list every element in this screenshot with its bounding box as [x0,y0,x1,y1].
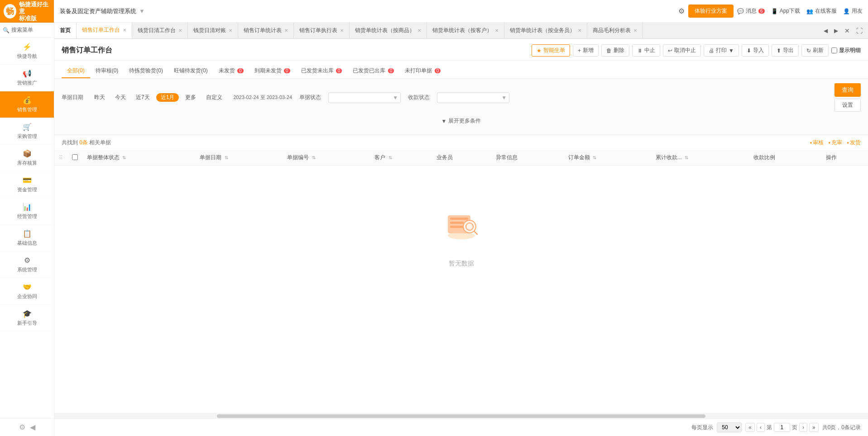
tab-close-icon[interactable]: ✕ [123,28,126,33]
sub-tab-not-printed[interactable]: 未打印单据 0 [399,64,446,78]
sidebar-item-marketing[interactable]: 📢 营销推广 [0,65,54,91]
select-all-checkbox[interactable] [72,154,78,160]
page-number-input[interactable] [774,423,790,432]
tab-sales-workbench[interactable]: 销售订单工作台 ✕ [77,23,132,39]
sort-icon-collected[interactable]: ⇅ [685,155,688,160]
sub-tab-pending-inspect[interactable]: 待拣货验货(0) [124,64,168,78]
prev-page-btn[interactable]: ‹ [757,423,765,432]
sort-icon-customer[interactable]: ⇅ [388,155,392,160]
sidebar-item-newbie[interactable]: 🎓 新手引导 [0,305,54,332]
tab-sales-summary-product[interactable]: 销货单统计表（按商品） ✕ [350,23,427,39]
table-header-row: ⠿ 单据整体状态 ⇅ 单据日期 ⇅ 单据编号 [54,150,868,166]
tab-home[interactable]: 首页 [54,23,77,39]
add-btn[interactable]: + 新增 [573,44,599,57]
page-content: 销售订单工作台 ★ 智能生单 + 新增 🗑 删除 ⏸ 中止 [54,39,868,436]
sidebar-item-sys-mgmt[interactable]: ⚙ 系统管理 [0,251,54,278]
sidebar-item-base-info[interactable]: 📋 基础信息 [0,225,54,251]
user-action[interactable]: 👤 用友 [843,7,863,15]
sidebar-item-operations[interactable]: 📊 经营管理 [0,198,54,225]
status-select[interactable] [328,92,401,103]
refresh-btn[interactable]: ↻ 刷新 [801,44,829,57]
sidebar-item-purchase[interactable]: 🛒 采购管理 [0,118,54,145]
solution-btn[interactable]: 体验行业方案 [688,5,734,18]
date-opt-7days[interactable]: 近7天 [132,93,153,102]
message-action[interactable]: 💬 消息 6 [737,7,765,15]
smart-create-btn[interactable]: ★ 智能生单 [532,44,570,57]
date-opt-custom[interactable]: 自定义 [202,93,226,102]
sidebar-item-label: 新手引导 [17,320,37,327]
sub-tab-pending-review[interactable]: 待审核(0) [90,64,124,78]
tab-close-icon[interactable]: ✕ [284,28,288,33]
tab-sales-exec[interactable]: 销售订单执行表 ✕ [294,23,350,39]
scroll-track[interactable] [54,413,868,418]
sidebar-item-quick-nav[interactable]: ⚡ 快捷导航 [0,38,54,65]
date-opt-today[interactable]: 今天 [111,93,129,102]
tab-close-icon[interactable]: ✕ [495,28,499,33]
last-page-btn[interactable]: » [809,423,819,432]
payment-select[interactable] [437,92,509,103]
tab-close-icon[interactable]: ✕ [633,28,637,33]
tab-product-margin[interactable]: 商品毛利分析表 ✕ [587,23,643,39]
query-btn[interactable]: 查询 [834,83,861,97]
show-detail-checkbox[interactable]: 显示明细 [831,47,861,54]
gear-icon[interactable]: ⚙ [678,7,685,15]
sidebar-item-sales[interactable]: 💰 销售管理 [0,91,54,118]
date-opt-1month[interactable]: 近1月 [156,93,179,102]
cancel-pause-btn[interactable]: ↩ 取消中止 [663,44,701,57]
page-size-select[interactable]: 50 10 20 100 [717,422,742,432]
tab-close-all-icon[interactable]: ✕ [843,26,852,35]
tab-extra-controls: ◀ ▶ ✕ ⛶ [818,26,868,35]
tab-close-icon[interactable]: ✕ [417,28,421,33]
export-label: 导出 [783,47,794,54]
tab-close-icon[interactable]: ✕ [178,28,182,33]
tab-cash-check[interactable]: 钱货日清对账 ✕ [188,23,238,39]
search-menu[interactable]: 🔍 搜索菜单 [0,23,54,38]
import-btn[interactable]: ⬇ 导入 [742,44,769,57]
print-btn[interactable]: 🖨 打印 ▼ [704,44,739,57]
topbar: 装备及固定资产辅助管理系统 ▼ ⚙ 体验行业方案 💬 消息 6 📱 App下载 … [54,0,868,23]
sidebar-item-inventory[interactable]: 📦 库存核算 [0,145,54,171]
tab-expand-icon[interactable]: ⛶ [854,26,864,35]
date-opt-yesterday[interactable]: 昨天 [91,93,109,102]
sidebar-item-finance[interactable]: 💳 资金管理 [0,171,54,198]
online-service-action[interactable]: 👥 在线客服 [806,7,837,15]
pause-btn[interactable]: ⏸ 中止 [632,44,660,57]
sub-tab-shipped-not-out[interactable]: 已发货未出库 0 [296,64,348,78]
sort-icon-number[interactable]: ⇅ [312,155,316,160]
tab-close-icon[interactable]: ✕ [578,28,581,33]
sort-icon-date[interactable]: ⇅ [225,155,228,160]
next-page-btn[interactable]: › [799,423,807,432]
settings-icon[interactable]: ⚙ [19,423,25,431]
topbar-dropdown-icon[interactable]: ▼ [139,8,145,14]
tab-close-icon[interactable]: ✕ [340,28,344,33]
unaudit-action[interactable]: 充审 [828,139,842,147]
tab-sales-summary-customer[interactable]: 销货单统计表（按客户） ✕ [427,23,504,39]
sub-tab-label: 旺铺待发货(0) [174,67,208,74]
scroll-thumb[interactable] [217,414,705,418]
first-page-btn[interactable]: « [745,423,755,432]
export-btn[interactable]: ⬆ 导出 [772,44,799,57]
setting-btn[interactable]: 设置 [834,99,861,112]
collapse-icon[interactable]: ◀ [30,423,35,431]
tab-next-icon[interactable]: ▶ [832,27,840,35]
delete-btn[interactable]: 🗑 删除 [601,44,629,57]
app-download-action[interactable]: 📱 App下载 [771,7,800,15]
sort-icon-status[interactable]: ⇅ [122,155,126,160]
date-opt-more[interactable]: 更多 [182,93,200,102]
sub-tab-wangpu[interactable]: 旺铺待发货(0) [168,64,213,78]
sub-tab-all[interactable]: 全部(0) [62,64,90,78]
review-action[interactable]: 审核 [810,139,824,147]
tab-close-icon[interactable]: ✕ [229,28,232,33]
tab-prev-icon[interactable]: ◀ [822,27,830,35]
expand-filter-btn[interactable]: ▼ 展开更多条件 [438,115,485,127]
tab-sales-stats[interactable]: 销售订单统计表 ✕ [238,23,294,39]
tab-sales-summary-staff[interactable]: 销货单统计表（按业务员） ✕ [504,23,587,39]
show-detail-input[interactable] [831,47,837,53]
sort-icon-amount[interactable]: ⇅ [593,155,596,160]
sub-tab-not-shipped[interactable]: 未发货 0 [213,64,249,78]
sub-tab-shipped-out[interactable]: 已发货已出库 0 [347,64,399,78]
sidebar-item-enterprise[interactable]: 🤝 企业协同 [0,278,54,305]
tab-cash-daily[interactable]: 钱货日清工作台 ✕ [132,23,188,39]
sub-tab-overdue[interactable]: 到期未发货 0 [249,64,296,78]
ship-action[interactable]: 发货 [847,139,861,147]
